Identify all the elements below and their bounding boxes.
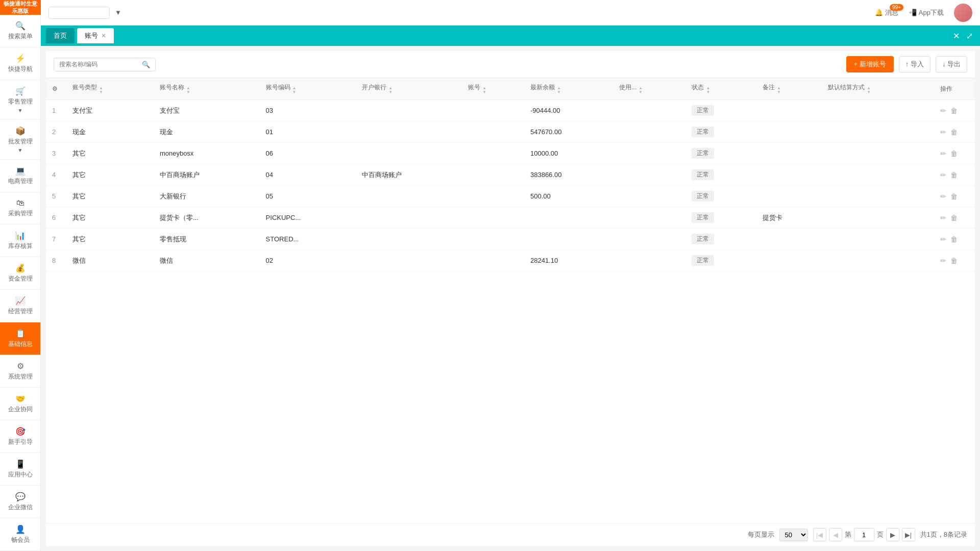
tab-close-btn[interactable]: ✕	[951, 29, 962, 43]
th-action: 操作	[934, 78, 975, 100]
row-balance	[524, 207, 613, 229]
sidebar-nav: 🔍搜索菜单⚡快捷导航🛒零售管理▼📦批发管理▼💻电商管理🛍采购管理📊库存核算💰资金…	[0, 15, 40, 551]
th-status[interactable]: 状态▲▼	[685, 78, 756, 100]
th-bank[interactable]: 开户银行▲▼	[356, 78, 462, 100]
sidebar-item-search[interactable]: 🔍搜索菜单	[0, 15, 40, 47]
page-first-btn[interactable]: |◀	[813, 528, 826, 541]
quick-icon: ⚡	[15, 54, 26, 63]
delete-icon[interactable]: 🗑	[950, 149, 958, 158]
sidebar-item-app_center[interactable]: 📱应用中心	[0, 453, 40, 486]
th-type[interactable]: 账号类型▲▼	[66, 78, 154, 100]
sidebar-item-system[interactable]: ⚙系统管理	[0, 355, 40, 388]
export-button[interactable]: ↓ 导出	[936, 56, 967, 72]
sidebar-label-quick: 快捷导航	[8, 65, 33, 73]
sidebar-label-wholesale: 批发管理	[8, 137, 33, 146]
delete-icon[interactable]: 🗑	[950, 192, 958, 201]
table-row: 6 其它 提货卡（零... PICKUPC... 正常 提货卡 ✏ 🗑	[46, 207, 975, 229]
row-status: 正常	[685, 207, 756, 229]
th-settings[interactable]: ⚙	[46, 78, 66, 100]
row-name: 中百商场账户	[154, 164, 260, 186]
sidebar-item-guide[interactable]: 🎯新手引导	[0, 420, 40, 453]
th-name[interactable]: 账号名称▲▼	[154, 78, 260, 100]
row-remark	[756, 250, 822, 271]
edit-icon[interactable]: ✏	[940, 192, 946, 201]
delete-icon[interactable]: 🗑	[950, 171, 958, 179]
sidebar-label-agreement: 企业协同	[8, 405, 33, 414]
sidebar-item-quick[interactable]: ⚡快捷导航	[0, 47, 40, 80]
row-status: 正常	[685, 121, 756, 143]
message-button[interactable]: 🔔 消息 99+	[875, 8, 898, 17]
row-actions: ✏ 🗑	[934, 143, 975, 164]
row-settlement	[822, 229, 934, 250]
app-download-button[interactable]: 📲 App下载	[909, 8, 944, 17]
page-prev-btn[interactable]: ◀	[829, 528, 842, 541]
topbar-search-input[interactable]	[48, 7, 110, 19]
row-num: 8	[46, 250, 66, 271]
row-num: 7	[46, 229, 66, 250]
tab-account[interactable]: 账号 ✕	[77, 28, 114, 43]
page-number-input[interactable]	[854, 528, 874, 541]
delete-icon[interactable]: 🗑	[950, 128, 958, 136]
status-badge: 正常	[692, 191, 714, 202]
sidebar-item-wechat[interactable]: 💬企业微信	[0, 486, 40, 518]
th-settlement[interactable]: 默认结算方式▲▼	[822, 78, 934, 100]
row-name: 提货卡（零...	[154, 207, 260, 229]
delete-icon[interactable]: 🗑	[950, 235, 958, 243]
edit-icon[interactable]: ✏	[940, 171, 946, 179]
delete-icon[interactable]: 🗑	[950, 107, 958, 115]
page-size-select[interactable]: 50 100 200	[779, 529, 808, 541]
th-balance[interactable]: 最新余额▲▼	[524, 78, 613, 100]
row-code: 05	[260, 186, 356, 207]
search-icon[interactable]: 🔍	[142, 61, 150, 68]
import-button[interactable]: ↑ 导入	[899, 56, 930, 72]
th-account[interactable]: 账号▲▼	[462, 78, 524, 100]
sidebar-item-fund[interactable]: 💰资金管理	[0, 257, 40, 290]
sidebar-item-agreement[interactable]: 🤝企业协同	[0, 388, 40, 420]
th-code[interactable]: 账号编码▲▼	[260, 78, 356, 100]
row-num: 5	[46, 186, 66, 207]
tabbar: 首页 账号 ✕ ✕ ⤢	[41, 26, 980, 46]
row-balance: 383866.00	[524, 164, 613, 186]
th-usage[interactable]: 使用...▲▼	[613, 78, 685, 100]
row-num: 2	[46, 121, 66, 143]
row-balance: 28241.10	[524, 250, 613, 271]
delete-icon[interactable]: 🗑	[950, 214, 958, 222]
edit-icon[interactable]: ✏	[940, 128, 946, 136]
user-avatar[interactable]	[954, 4, 972, 22]
row-remark	[756, 229, 822, 250]
search-input[interactable]	[59, 61, 139, 68]
sidebar-item-basic[interactable]: 📋基础信息	[0, 322, 40, 355]
row-account	[462, 186, 524, 207]
add-account-button[interactable]: + 新增账号	[846, 56, 894, 72]
row-bank	[356, 186, 462, 207]
sidebar-item-purchase[interactable]: 🛍采购管理	[0, 192, 40, 224]
edit-icon[interactable]: ✏	[940, 257, 946, 265]
edit-icon[interactable]: ✏	[940, 235, 946, 243]
table-row: 8 微信 微信 02 28241.10 正常 ✏ 🗑	[46, 250, 975, 271]
pagination: 每页显示 50 100 200 |◀ ◀ 第 页 ▶ ▶| 共1页，8条记录	[46, 523, 975, 546]
edit-icon[interactable]: ✏	[940, 149, 946, 158]
sidebar-item-ops[interactable]: 📈经营管理	[0, 290, 40, 322]
sidebar-item-member[interactable]: 👤畅会员	[0, 518, 40, 551]
page-next-btn[interactable]: ▶	[886, 528, 899, 541]
th-remark[interactable]: 备注▲▼	[756, 78, 822, 100]
edit-icon[interactable]: ✏	[940, 107, 946, 115]
page-last-btn[interactable]: ▶|	[902, 528, 915, 541]
chevron-icon: ▼	[18, 147, 23, 153]
sidebar-item-inventory[interactable]: 📊库存核算	[0, 224, 40, 257]
delete-icon[interactable]: 🗑	[950, 257, 958, 265]
sidebar-item-wholesale[interactable]: 📦批发管理▼	[0, 120, 40, 160]
sidebar: 畅捷通时生意 乐惠版 🔍搜索菜单⚡快捷导航🛒零售管理▼📦批发管理▼💻电商管理🛍采…	[0, 0, 41, 551]
tab-home[interactable]: 首页	[46, 28, 75, 43]
row-actions: ✏ 🗑	[934, 250, 975, 271]
tab-expand-btn[interactable]: ⤢	[964, 29, 975, 43]
topbar-dropdown[interactable]: ▼	[115, 9, 121, 16]
edit-icon[interactable]: ✏	[940, 214, 946, 222]
row-account	[462, 229, 524, 250]
sidebar-item-retail[interactable]: 🛒零售管理▼	[0, 80, 40, 120]
table-row: 3 其它 moneybosx 06 10000.00 正常 ✏ 🗑	[46, 143, 975, 164]
tab-account-close[interactable]: ✕	[101, 32, 106, 39]
row-type: 其它	[66, 164, 154, 186]
sidebar-item-ecom[interactable]: 💻电商管理	[0, 160, 40, 192]
member-icon: 👤	[15, 524, 26, 534]
